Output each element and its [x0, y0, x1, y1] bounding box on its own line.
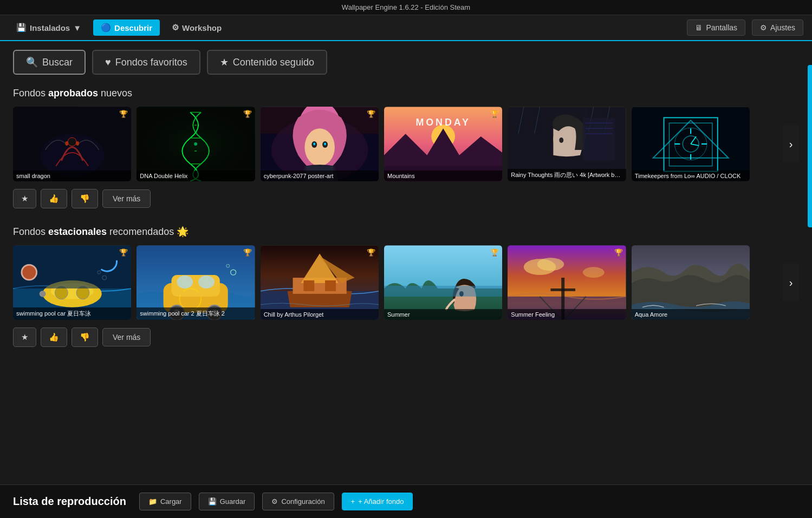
card-cyberpunk[interactable]: 🏆 cyberpunk-2077 poster-art [261, 107, 379, 181]
card-summer-feeling[interactable]: 🏆 Summer Feeling [508, 245, 626, 320]
svg-rect-80 [303, 280, 314, 291]
nav-instalados[interactable]: 💾 Instalados ▼ [9, 19, 89, 36]
top-navigation: 💾 Instalados ▼ 🔵 Descubrir ⚙ Workshop 🖥 … [0, 15, 812, 41]
card-label: Rainy Thoughts 雨の思い 4k [Artwork by ゆづあ] [508, 169, 626, 181]
playlist-config-btn[interactable]: ⚙ Configuración [262, 493, 334, 510]
star-icon: ★ [220, 56, 229, 68]
card-summer[interactable]: 🏆 Summer [384, 245, 502, 320]
aprobados-cards-row: 🏆 small dragon [13, 107, 799, 181]
section2-actions: ★ 👍 👎 Ver más [13, 327, 799, 347]
section1-like-btn[interactable]: 👍 [41, 189, 67, 208]
nav-ajustes[interactable]: ⚙ Ajustes [752, 19, 803, 36]
trophy-icon: 🏆 [614, 248, 623, 257]
tab-seguido[interactable]: ★ Contenido seguido [207, 50, 327, 75]
svg-point-2 [68, 137, 76, 146]
playlist-bar: Lista de reproducción 📁 Cargar 💾 Guardar… [0, 484, 812, 518]
search-icon: 🔍 [26, 56, 38, 68]
section2-next-btn[interactable]: › [783, 264, 799, 301]
card-label: cyberpunk-2077 poster-art [261, 171, 379, 181]
svg-point-88 [537, 258, 564, 271]
card-label: swimming pool car 2 夏日车泳 2 [137, 307, 255, 320]
card-small-dragon[interactable]: 🏆 small dragon [13, 107, 131, 181]
card-label: small dragon [13, 171, 131, 181]
svg-rect-85 [384, 286, 502, 297]
gear-icon: ⚙ [760, 23, 767, 32]
thumbsdown-icon: 👎 [80, 194, 90, 204]
card-pool-car1[interactable]: 🏆 swimming pool car 夏日车泳 [13, 245, 131, 320]
section2-star-btn[interactable]: ★ [13, 327, 36, 347]
save-icon: 💾 [208, 497, 217, 506]
section-estacionales-header: Fondos estacionales recomendados 🌟 [13, 226, 799, 238]
svg-point-29 [560, 137, 564, 143]
svg-rect-81 [325, 280, 336, 291]
card-label: Timekeepers from Lo∞ AUDIO / CLOCK [632, 171, 750, 181]
titlebar: Wallpaper Engine 1.6.22 - Edición Steam [0, 0, 812, 15]
svg-point-21 [324, 143, 326, 146]
playlist-title: Lista de reproducción [13, 495, 126, 508]
section-aprobados: Fondos aprobados nuevos 🏆 small dragon [13, 88, 799, 208]
card-aqua-amore[interactable]: Aqua Amore [632, 245, 750, 320]
section2-ver-mas-btn[interactable]: Ver más [102, 328, 151, 346]
folder-icon: 📁 [148, 497, 157, 506]
section1-star-btn[interactable]: ★ [13, 189, 36, 208]
nav-pantallas[interactable]: 🖥 Pantallas [687, 19, 745, 36]
tab-buscar[interactable]: 🔍 Buscar [13, 50, 86, 75]
section2-dislike-btn[interactable]: 👎 [72, 327, 98, 347]
search-tabs-row: 🔍 Buscar ♥ Fondos favoritos ★ Contenido … [13, 50, 799, 75]
svg-point-56 [40, 291, 46, 297]
playlist-add-btn[interactable]: + + Añadir fondo [342, 493, 413, 510]
section1-next-btn[interactable]: › [783, 125, 799, 163]
steam-icon: 🔵 [101, 23, 111, 32]
card-dna[interactable]: 🏆 DNA Double Helix [137, 107, 255, 181]
main-content: 🔍 Buscar ♥ Fondos favoritos ★ Contenido … [0, 41, 812, 373]
estacionales-cards-row: 🏆 swimming pool car 夏日车泳 [13, 245, 799, 320]
svg-point-66 [177, 276, 193, 288]
nav-right-buttons: 🖥 Pantallas ⚙ Ajustes [687, 19, 803, 36]
thumbsdown-icon: 👎 [80, 332, 90, 342]
section1-ver-mas-btn[interactable]: Ver más [102, 189, 151, 208]
svg-rect-12 [137, 107, 255, 181]
card-timekeepers[interactable]: Timekeepers from Lo∞ AUDIO / CLOCK [632, 107, 750, 181]
trophy-icon: 🏆 [367, 248, 375, 257]
section-estacionales-bold: estacionales [48, 226, 107, 237]
section2-like-btn[interactable]: 👍 [41, 327, 67, 347]
card-rainy[interactable]: Rainy Thoughts 雨の思い 4k [Artwork by ゆづあ] [508, 107, 626, 181]
svg-point-17 [304, 128, 335, 166]
nav-descubrir[interactable]: 🔵 Descubrir [93, 19, 160, 36]
trophy-icon: 🏆 [490, 248, 499, 257]
thumbsup-icon: 👍 [49, 332, 59, 342]
card-label: Chill by Arthus Pilorget [261, 309, 379, 320]
card-label: Aqua Amore [632, 309, 750, 320]
dropdown-arrow: ▼ [73, 23, 81, 32]
trophy-icon: 🏆 [490, 110, 499, 118]
svg-text:MONDAY: MONDAY [415, 117, 471, 128]
svg-point-67 [198, 276, 215, 288]
titlebar-text: Wallpaper Engine 1.6.22 - Edición Steam [342, 3, 470, 11]
svg-point-89 [583, 267, 605, 278]
section-estacionales: Fondos estacionales recomendados 🌟 [13, 226, 799, 347]
card-label: swimming pool car 夏日车泳 [13, 307, 131, 320]
star-icon: ★ [21, 194, 28, 204]
svg-rect-34 [583, 117, 615, 160]
trophy-icon: 🏆 [119, 110, 128, 118]
workshop-icon: ⚙ [172, 23, 179, 32]
tab-favoritos[interactable]: ♥ Fondos favoritos [92, 50, 200, 75]
card-chill[interactable]: 🏆 Chill by Arthus Pilorget [261, 245, 379, 320]
playlist-guardar-btn[interactable]: 💾 Guardar [199, 493, 255, 510]
config-icon: ⚙ [271, 497, 278, 506]
card-pool-car2[interactable]: 🏆 swimming pool car 2 夏日车泳 2 [137, 245, 255, 320]
card-label: Mountains [384, 171, 502, 181]
trophy-icon: 🏆 [243, 248, 252, 257]
sun-emoji: 🌟 [177, 226, 189, 237]
trophy-icon: 🏆 [243, 110, 252, 118]
scroll-indicator[interactable] [808, 65, 812, 227]
svg-point-20 [313, 143, 315, 146]
section-aprobados-bold: aprobados [48, 88, 98, 99]
section1-dislike-btn[interactable]: 👎 [72, 189, 98, 208]
floppy-icon: 💾 [16, 23, 27, 32]
playlist-cargar-btn[interactable]: 📁 Cargar [139, 493, 191, 510]
heart-icon: ♥ [105, 57, 111, 68]
card-mountains[interactable]: MONDAY 🏆 Mountains [384, 107, 502, 181]
nav-workshop[interactable]: ⚙ Workshop [164, 19, 229, 36]
star-icon: ★ [21, 332, 28, 342]
